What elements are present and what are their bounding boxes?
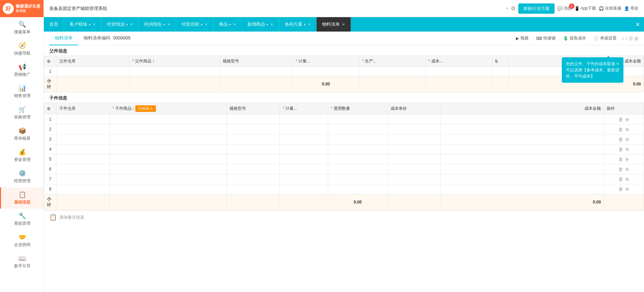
copy-icon[interactable]: ⊕	[625, 166, 629, 172]
single-settings-button[interactable]: 📄 单据设置	[592, 34, 619, 42]
child-unit-cell[interactable]	[280, 125, 328, 135]
nav-tab-close[interactable]: ✕	[130, 22, 133, 27]
delete-icon[interactable]: 🗑	[618, 117, 623, 122]
system-dropdown-arrow[interactable]: ▾	[506, 7, 508, 10]
child-spec-cell[interactable]	[227, 154, 280, 164]
nav-tab-close[interactable]: ✕	[233, 22, 236, 27]
child-goods-cell[interactable]	[109, 184, 226, 194]
sidebar-item-basic[interactable]: 📋 基础信息	[0, 187, 44, 209]
sidebar-item-sales[interactable]: 📊 销售管理	[0, 81, 44, 102]
copy-icon[interactable]: ⊕	[625, 156, 629, 162]
child-qty-cell[interactable]	[328, 135, 387, 144]
sub-tab-code[interactable]: 物料清单编码 0000005	[78, 32, 136, 45]
parent-unit-cell[interactable]	[293, 67, 359, 76]
child-goods-cell[interactable]	[109, 154, 226, 164]
child-unit-cost-cell[interactable]	[387, 135, 441, 144]
child-unit-cost-cell[interactable]	[387, 144, 441, 154]
nav-tab-home[interactable]: 首页	[44, 17, 64, 32]
sidebar-item-quicknav[interactable]: 🧭 快捷导航	[0, 38, 44, 60]
parent-cost-cell[interactable]	[425, 67, 492, 76]
child-warehouse-cell[interactable]	[57, 135, 110, 144]
child-goods-cell[interactable]	[109, 115, 226, 125]
nav-tab-close[interactable]: ✕	[270, 22, 273, 27]
shortcut-button[interactable]: ⌨ 快捷键	[534, 34, 558, 42]
child-spec-cell[interactable]	[227, 115, 280, 125]
settings-icon[interactable]: ⚙	[511, 5, 516, 12]
extract-cost-button[interactable]: 💲 提取成本	[561, 34, 588, 42]
nav-tab-goods[interactable]: 商品 ▾ ✕	[213, 17, 242, 32]
child-unit-cost-cell[interactable]	[387, 184, 441, 194]
tooltip-close-button[interactable]: ✕	[616, 61, 619, 67]
child-col-settings[interactable]: ⚙	[44, 103, 57, 115]
copy-icon[interactable]: ⊕	[625, 117, 629, 122]
video-button[interactable]: ▶ 视频	[514, 34, 531, 42]
delete-icon[interactable]: 🗑	[618, 156, 623, 162]
nav-tab-close[interactable]: ✕	[205, 22, 208, 27]
child-unit-cell[interactable]	[280, 174, 328, 184]
online-service-button[interactable]: 🎧 在线客服	[599, 5, 621, 11]
delete-icon[interactable]: 🗑	[618, 127, 623, 132]
sidebar-item-guide[interactable]: 📖 新手引导	[0, 251, 44, 272]
child-unit-cost-cell[interactable]	[387, 174, 441, 184]
child-unit-cost-cell[interactable]	[387, 164, 441, 174]
nav-tab-close[interactable]: ✕	[342, 22, 345, 27]
child-qty-cell[interactable]	[328, 164, 387, 174]
user-button[interactable]: 👤 用友	[624, 5, 639, 11]
parent-production-cell[interactable]	[359, 67, 425, 76]
sub-tab-list[interactable]: 物料清单	[49, 32, 78, 45]
nav-next-button[interactable]: ›	[626, 35, 627, 42]
child-unit-cell[interactable]	[280, 184, 328, 194]
nav-tab-close[interactable]: ✕	[308, 22, 311, 27]
parent-warehouse-cell[interactable]	[57, 67, 129, 76]
copy-icon[interactable]: ⊕	[625, 127, 629, 132]
delete-icon[interactable]: 🗑	[618, 176, 623, 182]
child-goods-cell[interactable]	[109, 135, 226, 144]
sidebar-item-purchase[interactable]: 🛒 采购管理	[0, 102, 44, 124]
delete-icon[interactable]: 🗑	[618, 147, 623, 152]
child-goods-cell[interactable]	[109, 144, 226, 154]
nav-tab-profit[interactable]: 利润报告 ▾ ✕	[139, 17, 176, 32]
child-warehouse-cell[interactable]	[57, 164, 110, 174]
child-warehouse-cell[interactable]	[57, 115, 110, 125]
close-all-tabs-button[interactable]: ✕	[631, 21, 644, 28]
child-goods-cell[interactable]	[109, 125, 226, 135]
child-warehouse-cell[interactable]	[57, 184, 110, 194]
sidebar-item-search[interactable]: 🔍 搜索菜单	[0, 17, 44, 38]
child-unit-cost-cell[interactable]	[387, 125, 441, 135]
child-unit-cell[interactable]	[280, 115, 328, 125]
nav-tab-bom[interactable]: 物料清单 ✕	[317, 17, 351, 32]
copy-icon[interactable]: ⊕	[625, 147, 629, 152]
child-unit-cell[interactable]	[280, 164, 328, 174]
child-warehouse-cell[interactable]	[57, 125, 110, 135]
child-qty-cell[interactable]	[328, 154, 387, 164]
parent-goods-cell[interactable]	[129, 67, 220, 76]
child-qty-cell[interactable]	[328, 115, 387, 125]
child-warehouse-cell[interactable]	[57, 154, 110, 164]
delete-icon[interactable]: 🗑	[618, 186, 623, 192]
child-goods-cell[interactable]	[109, 164, 226, 174]
child-qty-cell[interactable]	[328, 144, 387, 154]
nav-tab-operations[interactable]: 经营情况 ▾ ✕	[101, 17, 139, 32]
copy-icon[interactable]: ⊕	[625, 137, 629, 142]
list-view-button[interactable]: ☰	[629, 36, 633, 41]
copy-icon[interactable]: ⊕	[625, 176, 629, 182]
sidebar-item-system[interactable]: 🔧 系统管理	[0, 209, 44, 230]
child-unit-cell[interactable]	[280, 154, 328, 164]
message-button[interactable]: 💬 消息 6	[557, 5, 572, 11]
child-unit-cost-cell[interactable]	[387, 154, 441, 164]
child-warehouse-cell[interactable]	[57, 174, 110, 184]
parent-spec-cell[interactable]	[220, 67, 293, 76]
nav-tab-history[interactable]: 经营历程 ▾ ✕	[176, 17, 213, 32]
child-spec-cell[interactable]	[227, 144, 280, 154]
expand-button[interactable]: ⊞	[634, 36, 639, 41]
nav-tab-close[interactable]: ✕	[92, 22, 96, 27]
child-goods-cell[interactable]	[109, 174, 226, 184]
try-button[interactable]: 体验行业方案	[518, 3, 555, 14]
nav-tab-close[interactable]: ✕	[167, 22, 170, 27]
child-unit-cell[interactable]	[280, 144, 328, 154]
sidebar-item-marketing[interactable]: 📢 营销推广	[0, 60, 44, 81]
scan-input-button[interactable]: 扫码录入	[135, 105, 156, 112]
nav-tab-customer[interactable]: 客户联络 ▾ ✕	[64, 17, 101, 32]
sidebar-item-finance[interactable]: 💰 资金管理	[0, 145, 44, 166]
nav-tab-barcode[interactable]: 条码方案 ▾ ✕	[279, 17, 317, 32]
